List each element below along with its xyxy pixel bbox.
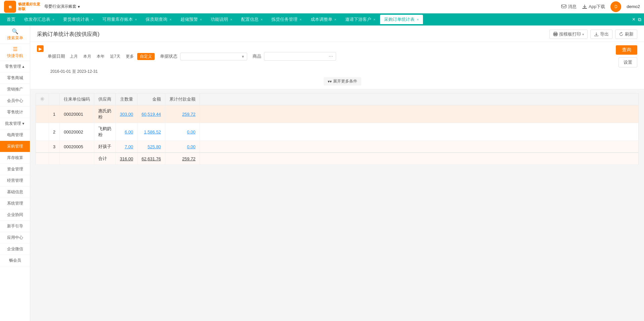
tab-超储预警[interactable]: 超储预警 × [176, 15, 206, 24]
sidebar-item-零售管理[interactable]: 零售管理 ▲ [0, 61, 30, 72]
tab-成本调整单[interactable]: 成本调整单 × [307, 15, 340, 24]
tab-close-icon[interactable]: × [261, 17, 263, 21]
sidebar-item-基础信息[interactable]: 基础信息 [0, 186, 30, 198]
message-button[interactable]: 消息 [561, 4, 577, 10]
tab-close-icon[interactable]: × [169, 17, 171, 21]
app-download-button[interactable]: App下载 [582, 4, 605, 10]
sidebar-item-新手引导[interactable]: 新手引导 [0, 221, 30, 232]
goods-input[interactable] [267, 54, 327, 59]
sidebar-item-零售统计[interactable]: 零售统计 [0, 107, 30, 118]
avatar[interactable]: D [610, 1, 621, 12]
sidebar-item-经营管理[interactable]: 经营管理 [0, 175, 30, 186]
svg-point-9 [42, 98, 43, 99]
sidebar-item-畅会员[interactable]: 畅会员 [0, 255, 30, 266]
row-amount[interactable]: 525.80 [138, 141, 165, 153]
svg-rect-3 [582, 8, 587, 9]
tab-保质期查询[interactable]: 保质期查询 × [142, 15, 175, 24]
sidebar-search[interactable]: 🔍 搜索菜单 [0, 25, 30, 44]
tab-close-icon[interactable]: × [91, 17, 93, 21]
row-quantity[interactable]: 6.00 [116, 123, 138, 141]
row-paid[interactable]: 0.00 [165, 123, 200, 141]
date-this-month[interactable]: 本月 [81, 53, 93, 60]
content-area: 采购订单统计表(按供应商) 按模板打印 ▾ [30, 25, 644, 321]
print-button[interactable]: 按模板打印 ▾ [549, 30, 588, 39]
goods-label: 商品 [253, 53, 261, 59]
tab-采购订单统计表[interactable]: 采购订单统计表 × [380, 15, 423, 24]
logo-icon: 畅 [4, 1, 16, 13]
sidebar-item-企业协同[interactable]: 企业协同 [0, 209, 30, 221]
table-row[interactable]: 3 00020005 好孩子 7.00 525.80 0.00 [36, 141, 639, 153]
tab-配置信息[interactable]: 配置信息 × [237, 15, 267, 24]
date-custom-button[interactable]: 自定义 [137, 53, 155, 60]
sidebar-item-会员中心[interactable]: 会员中心 [0, 95, 30, 107]
collapse-filter-button[interactable]: ▶ [37, 45, 44, 52]
tab-home[interactable]: 首页 [3, 15, 19, 24]
row-paid[interactable]: 0.00 [165, 141, 200, 153]
sidebar-item-企业微信[interactable]: 企业微信 [0, 244, 30, 255]
download-icon [582, 4, 587, 9]
col-unit-code: 往来单位编码 [60, 94, 94, 105]
footer-paid: 259.72 [165, 153, 200, 165]
expand-filter-row: ▾▾ 展开更多条件 [48, 77, 637, 86]
breadcrumb-select[interactable]: 母婴行业演示账套 ▾ [44, 4, 80, 9]
close-window-icon[interactable]: × [632, 16, 635, 22]
tab-功能说明[interactable]: 功能说明 × [207, 15, 236, 24]
tab-close-icon[interactable]: × [373, 17, 375, 21]
tab-close-icon[interactable]: × [52, 17, 54, 21]
tab-可用量库存账本[interactable]: 可用量库存账本 × [98, 15, 141, 24]
export-button[interactable]: 导出 [590, 30, 612, 39]
goods-more-icon[interactable]: ··· [329, 53, 333, 59]
sidebar-quick-nav[interactable]: ☰ 快捷导航 [0, 44, 30, 61]
date-label: 单据日期 [48, 53, 65, 59]
col-settings[interactable] [36, 94, 49, 105]
tab-要货单统计表[interactable]: 要货单统计表 × [59, 15, 97, 24]
col-quantity: 主数量 [116, 94, 138, 105]
setting-button[interactable]: 设置 [619, 57, 637, 67]
row-quantity[interactable]: 303.00 [116, 105, 138, 123]
table-row[interactable]: 2 00020002 飞鹤奶粉 6.00 1,586.52 0.00 [36, 123, 639, 141]
row-amount[interactable]: 1,586.52 [138, 123, 165, 141]
query-button[interactable]: 查询 [616, 45, 637, 55]
row-index: 1 [49, 105, 60, 123]
username[interactable]: demo2 [627, 4, 640, 9]
date-filter: 单据日期 上月 本月 本年 近7天 更多 自定义 [48, 53, 155, 60]
refresh-button[interactable]: 刷新 [615, 30, 637, 39]
row-amount[interactable]: 60,519.44 [138, 105, 165, 123]
tab-close-icon[interactable]: × [334, 17, 336, 21]
row-quantity[interactable]: 7.00 [116, 141, 138, 153]
svg-rect-5 [554, 32, 557, 34]
row-settings [36, 105, 49, 123]
col-supplier: 供应商 [94, 94, 116, 105]
refresh-icon [619, 32, 624, 37]
status-select[interactable]: ▾ [180, 53, 247, 60]
tab-close-icon[interactable]: × [230, 17, 232, 21]
date-last-month[interactable]: 上月 [68, 53, 80, 60]
sidebar-item-库存核算[interactable]: 库存核算 [0, 152, 30, 164]
sidebar-item-零售商城[interactable]: 零售商城 [0, 72, 30, 84]
tab-close-icon[interactable]: × [200, 17, 202, 21]
date-this-year[interactable]: 本年 [95, 53, 107, 60]
sidebar-item-系统管理[interactable]: 系统管理 [0, 198, 30, 209]
sidebar-item-批发管理[interactable]: 批发管理 ▼ [0, 118, 30, 129]
expand-filter-button[interactable]: ▾▾ 展开更多条件 [324, 77, 361, 86]
date-7days[interactable]: 近7天 [108, 53, 122, 60]
tab-收发存汇总表[interactable]: 收发存汇总表 × [20, 15, 58, 24]
row-settings [36, 141, 49, 153]
tab-close-icon[interactable]: × [300, 17, 302, 21]
sidebar-item-资金管理[interactable]: 资金管理 [0, 164, 30, 175]
filter-row-date-range: 2016-01-01 至 2023-12-31 [48, 69, 637, 74]
row-paid[interactable]: 259.72 [165, 105, 200, 123]
tab-拣货任务管理[interactable]: 拣货任务管理 × [267, 15, 306, 24]
sidebar-item-采购管理[interactable]: 采购管理 [0, 141, 30, 152]
tab-close-icon[interactable]: × [135, 17, 137, 21]
restore-window-icon[interactable]: ⧉ [638, 17, 641, 22]
tab-close-icon[interactable]: × [417, 17, 419, 21]
date-more[interactable]: 更多 [124, 53, 136, 60]
sidebar-item-营销推广[interactable]: 营销推广 [0, 84, 30, 95]
table-row[interactable]: 1 00020001 惠氏奶粉 303.00 60,519.44 259.72 [36, 105, 639, 123]
top-right: 消息 App下载 D demo2 [561, 1, 640, 12]
sidebar-item-应用中心[interactable]: 应用中心 [0, 232, 30, 244]
sidebar-item-电商管理[interactable]: 电商管理 [0, 129, 30, 141]
chevron-down-icon: ▾▾ [328, 79, 332, 84]
tab-邀请下游客户[interactable]: 邀请下游客户 × [341, 15, 379, 24]
